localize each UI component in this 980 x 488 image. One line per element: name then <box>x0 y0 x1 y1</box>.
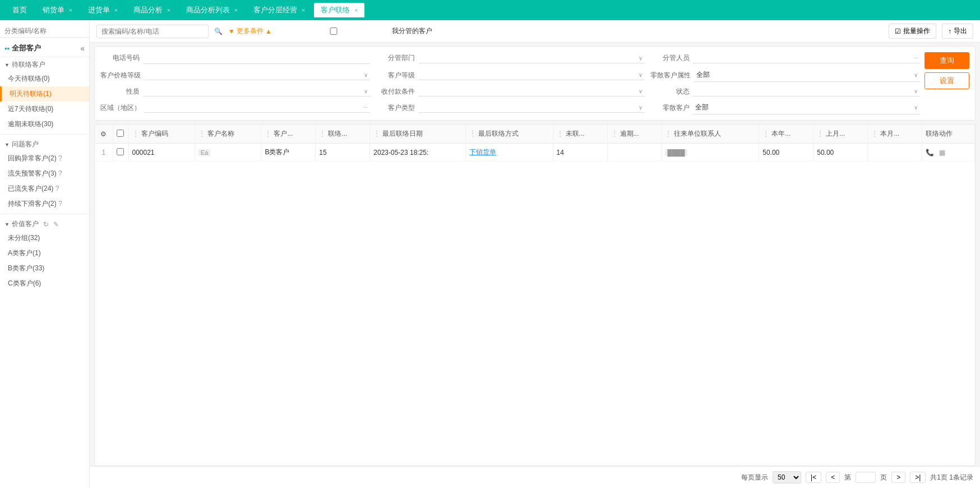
my-customers-check[interactable] <box>278 27 390 35</box>
col-overdue: ⋮逾期... <box>607 125 662 144</box>
filter-cell-customer-level: 客户等级 ∨ <box>376 70 645 80</box>
chevron-down-icon: ∨ <box>639 72 642 78</box>
page-input[interactable]: 1 <box>856 472 876 483</box>
sidebar-item-tomorrow-pending[interactable]: 明天待联络(1) <box>0 86 89 102</box>
nav-product-analysis[interactable]: 商品分析 × <box>127 3 177 17</box>
price-level-select[interactable]: ∨ <box>144 70 370 80</box>
table-header-row: ⚙ ⋮客户编码 ⋮客户名称 ⋮客户... ⋮联络... ⋮最后联络日期 ⋮最后联… <box>95 125 975 144</box>
nav-customer-contact[interactable]: 客户联络 × <box>314 3 364 17</box>
filter-cell-person: 分管人员 ··· <box>650 53 920 63</box>
chevron-down-icon: ∨ <box>639 104 642 111</box>
row-name: Ea <box>195 144 261 162</box>
edit-icon[interactable]: ✎ <box>53 220 59 228</box>
filter-cell-customer-type: 客户类型 ∨ <box>376 103 645 113</box>
query-btn[interactable]: 查询 <box>924 52 969 69</box>
nav-purchase-order[interactable]: 进货单 × <box>81 3 124 17</box>
customer-level-select[interactable]: ∨ <box>418 70 645 80</box>
nav-product-analysis-list[interactable]: 商品分析列表 × <box>179 3 244 17</box>
main-search-input[interactable] <box>96 25 209 38</box>
export-btn[interactable]: ↑ 导出 <box>942 24 973 39</box>
sidebar-all-customers[interactable]: ▪▪ 全部客户 « <box>0 40 89 57</box>
last-page-btn[interactable]: >| <box>910 472 926 483</box>
row-overdue <box>607 144 662 162</box>
row-checkbox[interactable] <box>117 148 124 155</box>
region-select[interactable]: ··· <box>144 103 370 113</box>
row-checkbox-cell[interactable] <box>113 144 128 162</box>
top-navigation: 首页 销货单 × 进货单 × 商品分析 × 商品分析列表 × 客户分层经营 × … <box>0 0 980 20</box>
filter-cell-status: 状态 ∨ <box>650 86 920 96</box>
sidebar-item-overdue-contact[interactable]: 逾期未联络(30) <box>0 117 89 132</box>
status-select[interactable]: ∨ <box>693 86 920 96</box>
col-checkbox[interactable] <box>113 125 128 144</box>
grid-action-icon[interactable]: ▦ <box>939 149 945 156</box>
batch-operation-btn[interactable]: ☑ 批量操作 <box>889 24 936 39</box>
filter-cell-payment: 收付款条件 ∨ <box>376 86 645 96</box>
sidebar-item-class-b[interactable]: B类客户(33) <box>0 261 89 276</box>
row-num: 1 <box>95 144 113 162</box>
next-page-btn[interactable]: > <box>891 472 905 483</box>
chevron-down-icon: ∨ <box>639 88 642 94</box>
retail-attr-select[interactable]: 全部 ∨ <box>694 68 920 82</box>
close-icon[interactable]: × <box>114 7 118 13</box>
refresh-icon[interactable]: ↻ <box>43 220 49 228</box>
sidebar-item-class-a[interactable]: A类客户(1) <box>0 246 89 261</box>
settings-btn[interactable]: 设置 <box>924 72 969 89</box>
sidebar-item-7days-pending[interactable]: 近7天待联络(0) <box>0 102 89 117</box>
close-icon[interactable]: × <box>167 7 170 13</box>
row-action: 📞 ▦ <box>922 144 975 162</box>
triangle-icon: ▼ <box>4 142 10 148</box>
close-icon[interactable]: × <box>354 7 358 13</box>
filter-row-2: 客户价格等级 ∨ 客户等级 ∨ <box>100 68 920 82</box>
dept-select[interactable]: ∨ <box>418 53 645 63</box>
prev-page-btn[interactable]: < <box>826 472 840 483</box>
first-page-btn[interactable]: |< <box>806 472 821 483</box>
more-conditions-btn[interactable]: ▼ 更多条件 ▲ <box>228 26 272 36</box>
col-contacts: ⋮联络... <box>316 125 370 144</box>
collapse-icon[interactable]: « <box>80 44 85 53</box>
search-icon[interactable]: 🔍 <box>214 27 223 35</box>
select-all-checkbox[interactable] <box>117 130 124 137</box>
filter-cell-retail-customer: 零散客户 全部 ∨ <box>650 101 920 114</box>
close-icon[interactable]: × <box>302 7 305 13</box>
col-this-month: ⋮本月... <box>868 125 922 144</box>
row-last-contact-date: 2023-05-23 18:25: <box>370 144 466 162</box>
row-last-contact-way[interactable]: 下销货单 <box>466 144 553 162</box>
filter-buttons: 查询 设置 <box>924 52 969 114</box>
chevron-down-icon: ∨ <box>364 88 368 94</box>
col-type: ⋮客户... <box>261 125 316 144</box>
customer-table: ⚙ ⋮客户编码 ⋮客户名称 ⋮客户... ⋮联络... ⋮最后联络日期 ⋮最后联… <box>95 125 975 162</box>
close-icon[interactable]: × <box>69 7 72 13</box>
col-last-way: ⋮最后联络方式 <box>466 125 553 144</box>
chevron-down-icon: ∨ <box>914 72 918 78</box>
my-customers-checkbox[interactable]: 我分管的客户 <box>278 26 432 36</box>
phone-input[interactable] <box>143 52 370 64</box>
col-settings[interactable]: ⚙ <box>95 125 113 144</box>
chevron-down-icon: ∨ <box>364 72 368 78</box>
person-select[interactable]: ··· <box>693 53 920 63</box>
nav-sales-order[interactable]: 销货单 × <box>36 3 79 17</box>
per-page-select[interactable]: 50 100 200 <box>773 471 801 484</box>
last-contact-link[interactable]: 下销货单 <box>469 148 496 156</box>
sidebar-group-value: ▼ 价值客户 ↻ ✎ <box>0 217 89 231</box>
sidebar-item-declining[interactable]: 持续下滑客户(2) ? <box>0 196 89 211</box>
sidebar-search-input[interactable] <box>4 27 89 35</box>
payment-select[interactable]: ∨ <box>418 86 645 96</box>
retail-customer-select[interactable]: 全部 ∨ <box>693 101 920 114</box>
sidebar-item-churn-warning[interactable]: 流失预警客户(3) ? <box>0 166 89 181</box>
triangle-icon: ▼ <box>4 62 10 68</box>
sidebar-item-class-c[interactable]: C类客户(6) <box>0 276 89 291</box>
sidebar-item-today-pending[interactable]: 今天待联络(0) <box>0 71 89 86</box>
customer-type-select[interactable]: ∨ <box>418 103 645 113</box>
phone-action-icon[interactable]: 📞 <box>926 149 934 156</box>
nature-select[interactable]: ∨ <box>143 86 370 96</box>
close-icon[interactable]: × <box>234 7 238 13</box>
sidebar-item-churned[interactable]: 已流失客户(24) ? <box>0 181 89 196</box>
nav-home[interactable]: 首页 <box>6 3 34 17</box>
sidebar-item-ungrouped[interactable]: 未分组(32) <box>0 231 89 246</box>
filter-cell-region: 区域（地区） ··· <box>100 103 370 113</box>
row-type: B类客户 <box>261 144 316 162</box>
checkbox-icon: ☑ <box>895 27 901 35</box>
sidebar-item-abnormal-repurchase[interactable]: 回购异常客户(2) ? <box>0 151 89 166</box>
nav-customer-segmentation[interactable]: 客户分层经营 × <box>247 3 312 17</box>
filter-row-4: 区域（地区） ··· 客户类型 ∨ <box>100 101 920 114</box>
